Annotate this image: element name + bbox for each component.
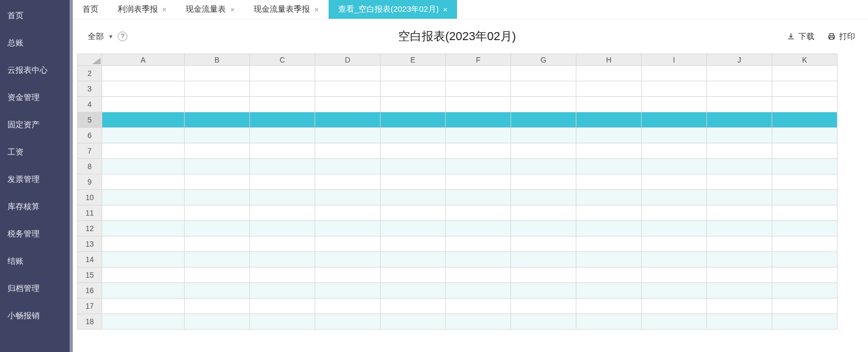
cell-K2[interactable]: [772, 66, 837, 81]
sidebar-resize-edge[interactable]: [70, 0, 73, 352]
close-icon[interactable]: ×: [443, 5, 447, 14]
cell-H9[interactable]: [576, 174, 642, 190]
cell-E15[interactable]: [380, 267, 446, 283]
cell-E13[interactable]: [380, 236, 446, 252]
cell-F9[interactable]: [446, 174, 511, 190]
cell-G11[interactable]: [511, 205, 576, 221]
cell-F6[interactable]: [446, 128, 511, 143]
cell-G16[interactable]: [511, 283, 576, 299]
cell-C12[interactable]: [250, 221, 315, 236]
cell-I10[interactable]: [642, 190, 707, 205]
cell-C7[interactable]: [250, 143, 315, 159]
row-header-2[interactable]: 2: [78, 66, 102, 81]
cell-I6[interactable]: [642, 128, 707, 143]
cell-H5[interactable]: [576, 112, 642, 128]
cell-I8[interactable]: [642, 159, 707, 174]
help-icon[interactable]: ?: [118, 32, 127, 41]
cell-E3[interactable]: [380, 81, 446, 97]
cell-F17[interactable]: [446, 299, 511, 314]
cell-B5[interactable]: [185, 112, 250, 128]
cell-G18[interactable]: [511, 314, 576, 330]
row-header-4[interactable]: 4: [78, 97, 102, 112]
sidebar-item-8[interactable]: 税务管理: [0, 220, 70, 248]
cell-E6[interactable]: [380, 128, 446, 143]
cell-H17[interactable]: [576, 299, 642, 314]
cell-H4[interactable]: [576, 97, 642, 112]
cell-F13[interactable]: [446, 236, 511, 252]
cell-B4[interactable]: [185, 97, 250, 112]
cell-B6[interactable]: [185, 128, 250, 143]
cell-K15[interactable]: [772, 267, 837, 283]
cell-G4[interactable]: [511, 97, 576, 112]
cell-D7[interactable]: [315, 143, 380, 159]
cell-G13[interactable]: [511, 236, 576, 252]
cell-A6[interactable]: [102, 128, 185, 143]
row-header-16[interactable]: 16: [78, 283, 102, 299]
cell-H8[interactable]: [576, 159, 642, 174]
column-header-I[interactable]: I: [642, 54, 707, 66]
cell-E14[interactable]: [380, 252, 446, 267]
cell-B14[interactable]: [185, 252, 250, 267]
cell-I17[interactable]: [642, 299, 707, 314]
cell-E11[interactable]: [380, 205, 446, 221]
cell-B18[interactable]: [185, 314, 250, 330]
cell-D4[interactable]: [315, 97, 380, 112]
cell-J10[interactable]: [707, 190, 772, 205]
cell-K10[interactable]: [772, 190, 837, 205]
cell-A14[interactable]: [102, 252, 185, 267]
column-header-C[interactable]: C: [250, 54, 315, 66]
cell-D14[interactable]: [315, 252, 380, 267]
cell-C18[interactable]: [250, 314, 315, 330]
row-header-10[interactable]: 10: [78, 190, 102, 205]
row-header-17[interactable]: 17: [78, 299, 102, 314]
cell-K8[interactable]: [772, 159, 837, 174]
cell-J15[interactable]: [707, 267, 772, 283]
cell-K3[interactable]: [772, 81, 837, 97]
cell-B11[interactable]: [185, 205, 250, 221]
cell-H18[interactable]: [576, 314, 642, 330]
cell-K7[interactable]: [772, 143, 837, 159]
cell-F2[interactable]: [446, 66, 511, 81]
cell-E16[interactable]: [380, 283, 446, 299]
cell-F16[interactable]: [446, 283, 511, 299]
row-header-14[interactable]: 14: [78, 252, 102, 267]
cell-A15[interactable]: [102, 267, 185, 283]
cell-J14[interactable]: [707, 252, 772, 267]
cell-I18[interactable]: [642, 314, 707, 330]
cell-K6[interactable]: [772, 128, 837, 143]
cell-G3[interactable]: [511, 81, 576, 97]
row-header-12[interactable]: 12: [78, 221, 102, 236]
cell-C17[interactable]: [250, 299, 315, 314]
cell-A4[interactable]: [102, 97, 185, 112]
cell-D18[interactable]: [315, 314, 380, 330]
row-header-8[interactable]: 8: [78, 159, 102, 174]
cell-J4[interactable]: [707, 97, 772, 112]
cell-J17[interactable]: [707, 299, 772, 314]
close-icon[interactable]: ×: [230, 5, 234, 14]
cell-F3[interactable]: [446, 81, 511, 97]
column-header-A[interactable]: A: [102, 54, 185, 66]
tab-3[interactable]: 现金流量表季报×: [244, 0, 328, 19]
cell-I5[interactable]: [642, 112, 707, 128]
cell-I9[interactable]: [642, 174, 707, 190]
cell-K13[interactable]: [772, 236, 837, 252]
cell-D9[interactable]: [315, 174, 380, 190]
cell-G10[interactable]: [511, 190, 576, 205]
cell-B8[interactable]: [185, 159, 250, 174]
cell-I16[interactable]: [642, 283, 707, 299]
cell-J8[interactable]: [707, 159, 772, 174]
sidebar-item-4[interactable]: 固定资产: [0, 111, 70, 139]
cell-B2[interactable]: [185, 66, 250, 81]
cell-J6[interactable]: [707, 128, 772, 143]
cell-J2[interactable]: [707, 66, 772, 81]
column-header-J[interactable]: J: [707, 54, 772, 66]
tab-2[interactable]: 现金流量表×: [176, 0, 244, 19]
cell-K14[interactable]: [772, 252, 837, 267]
cell-C16[interactable]: [250, 283, 315, 299]
cell-E18[interactable]: [380, 314, 446, 330]
cell-I7[interactable]: [642, 143, 707, 159]
cell-E2[interactable]: [380, 66, 446, 81]
cell-I12[interactable]: [642, 221, 707, 236]
print-button[interactable]: 打印: [827, 32, 855, 42]
cell-K9[interactable]: [772, 174, 837, 190]
